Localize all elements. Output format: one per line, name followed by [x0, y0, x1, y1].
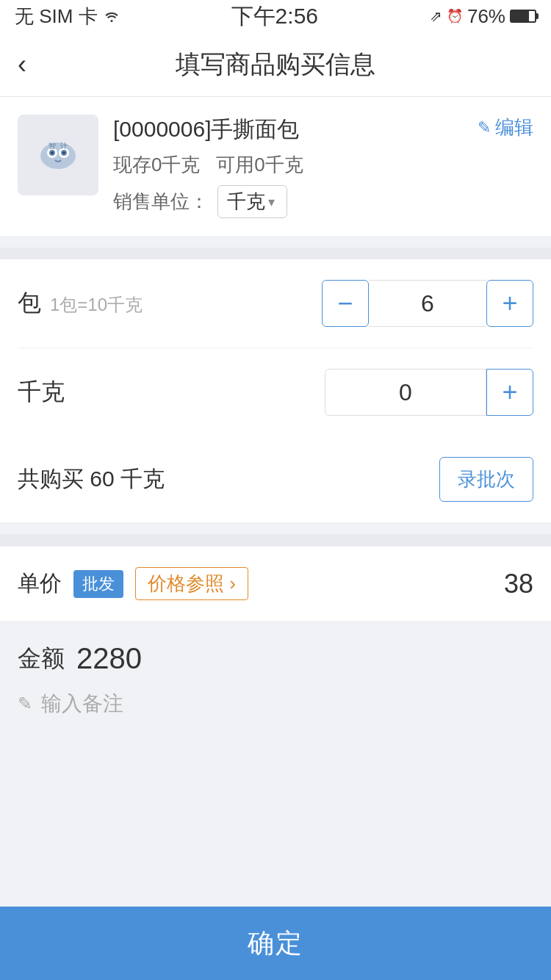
- confirm-button[interactable]: 确定: [0, 907, 551, 980]
- battery-icon: [510, 10, 536, 23]
- time-label: 下午2:56: [231, 1, 318, 32]
- remark-placeholder: 输入备注: [41, 690, 123, 718]
- status-right: ⇗ ⏰ 76%: [430, 5, 536, 28]
- unit-label: 销售单位：: [113, 189, 209, 215]
- product-image: 智 计: [18, 115, 98, 195]
- product-info: [0000006]手撕面包 现存0千克 可用0千克 销售单位： 千克 ▾: [113, 115, 533, 218]
- price-section: 单价 批发 价格参照 › 38: [0, 546, 551, 621]
- status-left: 无 SIM 卡: [15, 4, 120, 29]
- alarm-icon: ⏰: [447, 8, 463, 24]
- status-bar: 无 SIM 卡 下午2:56 ⇗ ⏰ 76%: [0, 0, 551, 32]
- price-ref-button[interactable]: 价格参照 ›: [135, 567, 248, 600]
- kg-label: 千克: [18, 376, 65, 408]
- total-text: 共购买 60 千克: [18, 464, 165, 494]
- carrier-label: 无 SIM 卡: [15, 4, 98, 29]
- available-label: 可用0千克: [216, 154, 303, 176]
- price-tag: 批发: [73, 570, 123, 598]
- product-stock: 现存0千克 可用0千克: [113, 152, 533, 178]
- bao-hint: 1包=10千克: [50, 293, 143, 317]
- bao-minus-button[interactable]: −: [322, 280, 369, 327]
- bao-text: 包: [18, 287, 41, 320]
- pencil-icon: ✎: [18, 693, 32, 714]
- stock-label: 现存0千克: [113, 154, 200, 176]
- price-label: 单价: [18, 569, 62, 599]
- edit-label: 编辑: [495, 115, 533, 140]
- battery-label: 76%: [467, 5, 505, 28]
- back-button[interactable]: ‹: [18, 49, 26, 80]
- unit-select[interactable]: 千克 ▾: [217, 185, 287, 218]
- svg-text:智: 智: [48, 142, 56, 150]
- location-icon: ⇗: [430, 7, 442, 25]
- svg-point-6: [62, 151, 65, 154]
- amount-section: 金额 2280 ✎ 输入备注: [0, 621, 551, 729]
- kg-qty-control: +: [325, 369, 533, 416]
- svg-text:计: 计: [60, 142, 68, 150]
- svg-point-5: [51, 151, 54, 154]
- kg-qty-input[interactable]: [325, 369, 486, 416]
- product-card: 智 计 [0000006]手撕面包 现存0千克 可用0千克 销售单位： 千克 ▾…: [0, 97, 551, 236]
- amount-row: 金额 2280: [18, 642, 533, 675]
- bao-qty-control: − +: [322, 280, 533, 327]
- bao-label: 包 1包=10千克: [18, 287, 143, 320]
- batch-button[interactable]: 录批次: [439, 457, 533, 502]
- separator-1: [0, 248, 551, 259]
- separator-2: [0, 534, 551, 546]
- nav-bar: ‹ 填写商品购买信息: [0, 32, 551, 97]
- product-logo-icon: 智 计: [36, 134, 80, 177]
- wifi-icon: [104, 5, 120, 28]
- amount-label: 金额: [18, 643, 65, 675]
- kg-text: 千克: [18, 376, 65, 408]
- total-row: 共购买 60 千克 录批次: [0, 436, 551, 522]
- remark-row[interactable]: ✎ 输入备注: [18, 690, 533, 718]
- page-title: 填写商品购买信息: [176, 48, 375, 82]
- kg-row: 千克 +: [18, 348, 533, 436]
- price-value: 38: [504, 569, 533, 599]
- product-name: [0000006]手撕面包: [113, 115, 533, 145]
- dropdown-icon: ▾: [268, 194, 275, 210]
- quantity-section: 包 1包=10千克 − + 千克 +: [0, 259, 551, 436]
- svg-point-0: [40, 143, 76, 169]
- kg-plus-button[interactable]: +: [486, 369, 533, 416]
- bao-qty-input[interactable]: [369, 280, 486, 327]
- unit-value: 千克: [227, 189, 265, 215]
- product-unit-row: 销售单位： 千克 ▾: [113, 185, 533, 218]
- price-row: 单价 批发 价格参照 › 38: [18, 567, 533, 600]
- edit-button[interactable]: ✎ 编辑: [478, 115, 533, 140]
- edit-icon: ✎: [478, 118, 491, 137]
- amount-value: 2280: [76, 642, 142, 675]
- bao-plus-button[interactable]: +: [486, 280, 533, 327]
- bao-row: 包 1包=10千克 − +: [18, 259, 533, 348]
